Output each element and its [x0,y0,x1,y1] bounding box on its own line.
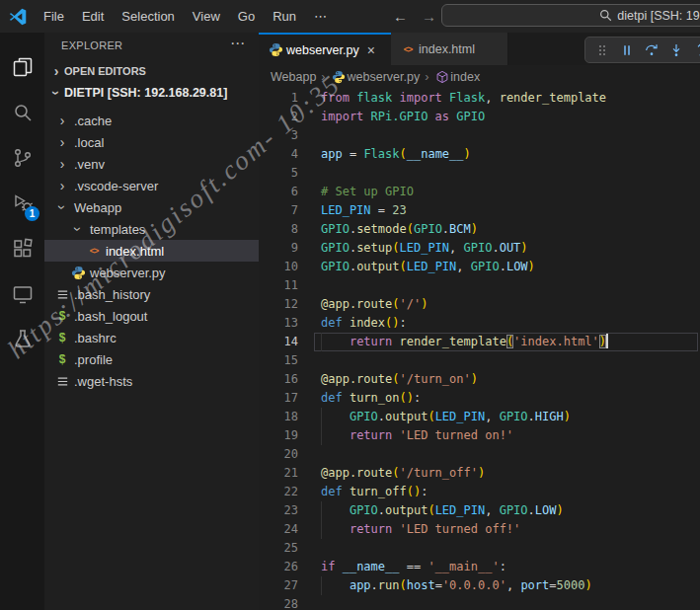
activity-search-icon[interactable] [0,90,44,134]
open-editors-section[interactable]: › OPEN EDITORS [44,60,259,82]
line-number[interactable]: 25 [259,539,298,558]
tree-item-local[interactable]: ›.local [44,131,259,153]
line-number[interactable]: 28 [259,595,298,610]
code-line-7[interactable]: 7LED_PIN = 23 [259,201,700,220]
tree-item-profile[interactable]: $.profile [44,348,259,370]
debug-step-over-icon[interactable] [639,39,663,61]
line-number[interactable]: 11 [259,276,298,295]
code-line-22[interactable]: 22def turn_off(): [259,483,700,501]
line-number[interactable]: 18 [259,408,298,426]
line-number[interactable]: 9 [259,239,298,258]
code-line-25[interactable]: 25 [259,539,700,558]
breadcrumb-symbol[interactable]: index [450,70,480,84]
line-number[interactable]: 24 [259,520,298,539]
line-number[interactable]: 13 [259,314,298,333]
activity-explorer-icon[interactable] [0,44,44,89]
code-line-28[interactable]: 28 [259,595,700,610]
debug-drag-handle-icon[interactable] [589,39,614,61]
code-line-27[interactable]: 27 app.run(host='0.0.0.0', port=5000) [259,576,700,595]
activity-extensions-icon[interactable] [0,226,44,270]
activity-remote-explorer-icon[interactable] [0,271,44,316]
line-number[interactable]: 10 [259,258,298,276]
code-line-11[interactable]: 11 [259,276,700,295]
debug-step-out-icon[interactable] [688,39,700,61]
code-line-4[interactable]: 4app = Flask(__name__) [259,145,700,164]
line-number[interactable]: 21 [259,464,298,483]
line-number[interactable]: 19 [259,426,298,445]
code-line-15[interactable]: 15 [259,351,700,370]
tree-item-wget-hsts[interactable]: .wget-hsts [44,370,259,392]
activity-testing-icon[interactable] [0,317,44,361]
line-number[interactable]: 6 [259,183,298,201]
line-number[interactable]: 3 [259,126,298,145]
tree-item-bash-logout[interactable]: $.bash_logout [44,305,259,327]
tree-item-templates[interactable]: ›templates [44,218,259,240]
line-number[interactable]: 12 [259,295,298,314]
code-line-5[interactable]: 5 [259,164,700,183]
code-line-19[interactable]: 19 return 'LED turned on!' [259,426,700,445]
menu-view[interactable]: View [184,0,229,33]
code-line-2[interactable]: 2import RPi.GPIO as GPIO [259,108,700,126]
code-line-12[interactable]: 12@app.route('/') [259,295,700,314]
menu-edit[interactable]: Edit [73,0,113,33]
tree-item-Webapp[interactable]: ›Webapp [44,196,259,218]
code-line-8[interactable]: 8GPIO.setmode(GPIO.BCM) [259,220,700,239]
tree-item-bashrc[interactable]: $.bashrc [44,327,259,348]
breadcrumb-file[interactable]: webserver.py [348,70,421,84]
tab-index-html[interactable]: <> index.html [391,33,508,65]
line-number[interactable]: 26 [259,558,298,576]
code-line-6[interactable]: 6# Set up GPIO [259,183,700,201]
tree-item-webserver-py[interactable]: webserver.py [44,262,259,283]
line-number[interactable]: 2 [259,108,298,126]
close-icon[interactable]: × [367,42,375,58]
line-number[interactable]: 14 [259,333,298,351]
line-number[interactable]: 16 [259,370,298,389]
tree-item-cache[interactable]: ›.cache [44,110,259,131]
code-line-20[interactable]: 20 [259,445,700,464]
breadcrumb-folder[interactable]: Webapp [271,70,316,84]
line-number[interactable]: 27 [259,576,298,595]
tree-item-venv[interactable]: ›.venv [44,153,259,175]
tab-webserver-py[interactable]: webserver.py × [259,33,391,65]
line-number[interactable]: 7 [259,201,298,220]
code-line-16[interactable]: 16@app.route('/turn_on') [259,370,700,389]
code-line-23[interactable]: 23 GPIO.output(LED_PIN, GPIO.LOW) [259,501,700,520]
debug-pause-icon[interactable] [614,39,639,61]
activity-source-control-icon[interactable] [0,135,44,180]
code-line-26[interactable]: 26if __name__ == '__main__': [259,558,700,576]
code-line-9[interactable]: 9GPIO.setup(LED_PIN, GPIO.OUT) [259,239,700,258]
code-line-24[interactable]: 24 return 'LED turned off!' [259,520,700,539]
menu-selection[interactable]: Selection [113,0,183,33]
menu-file[interactable]: File [35,0,73,33]
menu-more[interactable]: ⋯ [305,0,336,33]
tree-item-bash-history[interactable]: .bash_history [44,283,259,305]
code-line-17[interactable]: 17def turn_on(): [259,389,700,408]
code-line-10[interactable]: 10GPIO.output(LED_PIN, GPIO.LOW) [259,258,700,276]
debug-step-into-icon[interactable] [663,39,688,61]
line-number[interactable]: 22 [259,483,298,501]
workspace-root[interactable]: › DIETPI [SSH: 192.168.29.81] [44,82,259,104]
code-line-1[interactable]: 1from flask import Flask, render_templat… [259,89,700,108]
tree-item-vscode-server[interactable]: ›.vscode-server [44,175,259,196]
tree-item-index-html[interactable]: <>index.html [44,240,259,262]
command-center-search[interactable]: dietpi [SSH: 192.168 [441,4,700,27]
line-number[interactable]: 20 [259,445,298,464]
line-number[interactable]: 15 [259,351,298,370]
code-line-18[interactable]: 18 GPIO.output(LED_PIN, GPIO.HIGH) [259,408,700,426]
nav-forward-icon[interactable]: → [422,8,436,25]
code-line-21[interactable]: 21@app.route('/turn_off') [259,464,700,483]
activity-run-debug-icon[interactable]: 1 [0,181,44,225]
line-number[interactable]: 17 [259,389,298,408]
line-number[interactable]: 8 [259,220,298,239]
line-number[interactable]: 1 [259,89,298,108]
menu-go[interactable]: Go [229,0,264,33]
line-number[interactable]: 23 [259,501,298,520]
code-area[interactable]: 1from flask import Flask, render_templat… [259,89,700,610]
code-line-13[interactable]: 13def index(): [259,314,700,333]
line-number[interactable]: 4 [259,145,298,164]
code-line-3[interactable]: 3 [259,126,700,145]
explorer-more-actions-icon[interactable]: ⋯ [230,35,245,52]
nav-back-icon[interactable]: ← [393,8,408,25]
code-line-14[interactable]: 14 return render_template('index.html') [259,333,700,351]
menu-run[interactable]: Run [264,0,305,33]
